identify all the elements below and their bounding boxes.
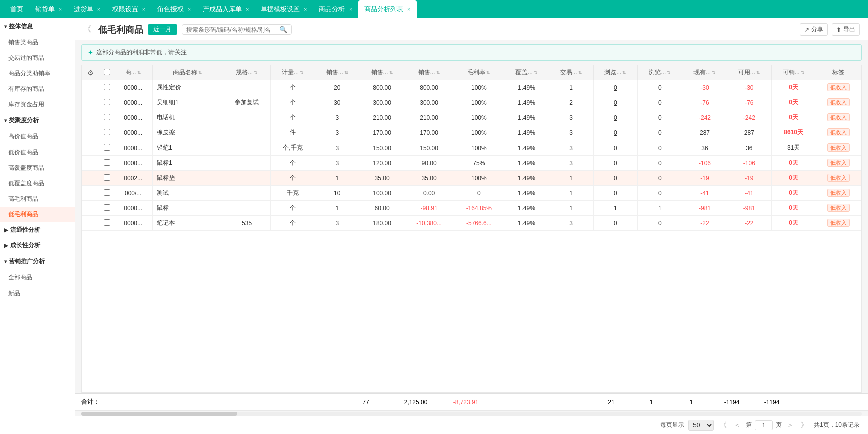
row-checkbox[interactable] [104, 219, 110, 226]
tag-badge: 低收入 [827, 143, 850, 152]
prev-page-btn[interactable]: 《 [718, 421, 729, 430]
row-checkbox[interactable] [104, 159, 110, 166]
sidebar-section-circulation[interactable]: ▶ 流通性分析 [0, 222, 75, 238]
close-product-icon[interactable]: × [246, 6, 249, 12]
scrollbar-area[interactable] [81, 411, 862, 416]
nav-product-entry[interactable]: 产成品入库单 × [197, 0, 255, 18]
browse1-link[interactable]: 0 [614, 144, 617, 152]
col-days[interactable]: 可销...⇅ [771, 65, 816, 80]
close-role-icon[interactable]: × [188, 6, 191, 12]
nav-product-analysis[interactable]: 商品分析 × [313, 0, 358, 18]
col-coverage[interactable]: 覆盖...⇅ [504, 65, 549, 80]
browse1-link[interactable]: 0 [614, 220, 617, 227]
sidebar-section-growth[interactable]: ▶ 成长性分析 [0, 238, 75, 253]
nav-product-analysis-list[interactable]: 商品分析列表 × [358, 0, 416, 18]
scrollbar-thumb[interactable] [81, 412, 237, 416]
cell-stock2: 36 [727, 140, 771, 156]
row-checkbox[interactable] [104, 174, 110, 181]
nav-template-settings[interactable]: 单据模板设置 × [255, 0, 313, 18]
col-spec[interactable]: 规格...⇅ [223, 65, 271, 80]
sidebar-item-high-coverage[interactable]: 高覆盖度商品 [0, 160, 75, 176]
sidebar-section-marketing[interactable]: ▾ 营销推广分析 [0, 253, 75, 270]
close-purchase-icon[interactable]: × [97, 6, 100, 12]
browse1-link[interactable]: 0 [614, 114, 617, 121]
col-settings[interactable]: ⚙ [82, 65, 100, 80]
sidebar-item-capital[interactable]: 库存资金占用 [0, 97, 75, 112]
browse1-link[interactable]: 1 [614, 205, 617, 212]
sidebar-item-sales-goods[interactable]: 销售类商品 [0, 35, 75, 50]
row-checkbox[interactable] [104, 204, 110, 211]
cell-settings [82, 125, 100, 140]
sidebar-item-high-margin[interactable]: 高毛利商品 [0, 191, 75, 207]
row-checkbox[interactable] [104, 84, 110, 90]
cell-spec [223, 156, 271, 171]
cell-tag: 低收入 [816, 171, 861, 186]
browse1-link[interactable]: 0 [614, 129, 617, 136]
sidebar-item-category-rate[interactable]: 商品分类助销率 [0, 66, 75, 81]
settings-gear-icon[interactable]: ⚙ [87, 69, 94, 77]
search-input[interactable] [186, 26, 279, 33]
row-checkbox[interactable] [104, 129, 110, 135]
close-list-icon[interactable]: × [407, 6, 410, 12]
export-button[interactable]: ⬆ 导出 [832, 23, 860, 36]
browse1-link[interactable]: 0 [614, 160, 617, 167]
col-browse1[interactable]: 浏览...⇅ [593, 65, 638, 80]
total-sales3: -8,723.91 [441, 399, 491, 406]
close-sales-order-icon[interactable]: × [59, 6, 62, 12]
cell-sales3: 170.00 [404, 125, 454, 140]
next-page-btn[interactable]: 》 [799, 421, 810, 430]
sidebar-item-stocked-goods[interactable]: 有库存的商品 [0, 81, 75, 97]
time-filter-button[interactable]: 近一月 [148, 24, 177, 35]
nav-permission-settings[interactable]: 权限设置 × [106, 0, 151, 18]
browse1-link[interactable]: 0 [614, 99, 617, 106]
nav-role-auth[interactable]: 角色授权 × [151, 0, 197, 18]
next-btn[interactable]: ＞ [785, 421, 796, 430]
page-input[interactable] [755, 420, 773, 430]
col-code[interactable]: 商...⇅ [114, 65, 152, 80]
col-stock1[interactable]: 现有...⇅ [682, 65, 727, 80]
col-transaction[interactable]: 交易...⇅ [549, 65, 593, 80]
cell-gross: -164.85% [454, 201, 504, 216]
col-sales1[interactable]: 销售...⇅ [315, 65, 360, 80]
sidebar-item-high-value[interactable]: 高价值商品 [0, 129, 75, 144]
sidebar-item-new-goods[interactable]: 新品 [0, 285, 75, 301]
cell-stock1: -106 [682, 156, 727, 171]
per-page-select[interactable]: 50 100 200 [688, 420, 714, 431]
sidebar-item-low-value[interactable]: 低价值商品 [0, 144, 75, 160]
select-all-checkbox[interactable] [104, 69, 110, 75]
sidebar-section-overall[interactable]: ▾ 整体信息 [0, 18, 75, 35]
col-name[interactable]: 商品名称⇅ [152, 65, 223, 80]
nav-purchase-order[interactable]: 进货单 × [68, 0, 106, 18]
row-checkbox[interactable] [104, 189, 110, 196]
close-analysis-icon[interactable]: × [349, 6, 352, 12]
row-checkbox[interactable] [104, 114, 110, 120]
close-template-icon[interactable]: × [304, 6, 307, 12]
sidebar-section-cluster[interactable]: ▾ 类聚度分析 [0, 112, 75, 129]
share-button[interactable]: ↗ 分享 [800, 23, 828, 36]
search-icon[interactable]: 🔍 [279, 26, 287, 33]
browse1-link[interactable]: 0 [614, 84, 617, 91]
col-stock2[interactable]: 可用...⇅ [727, 65, 771, 80]
col-checkbox-header[interactable] [100, 65, 114, 80]
col-browse2[interactable]: 浏览...⇅ [638, 65, 682, 80]
col-unit[interactable]: 计量...⇅ [271, 65, 315, 80]
row-checkbox[interactable] [104, 99, 110, 105]
col-sales2[interactable]: 销售...⇅ [360, 65, 404, 80]
sidebar-item-traded-goods[interactable]: 交易过的商品 [0, 50, 75, 66]
sidebar-collapse-btn[interactable]: 《 [83, 24, 91, 35]
sidebar-item-all-goods[interactable]: 全部商品 [0, 270, 75, 285]
cell-browse2: 0 [638, 156, 682, 171]
sidebar-item-low-margin[interactable]: 低毛利商品 [0, 207, 75, 222]
browse1-link[interactable]: 0 [614, 175, 617, 182]
data-table-wrapper[interactable]: ⚙ 商...⇅ 商品名称⇅ 规格...⇅ 计量...⇅ 销售...⇅ 销售...… [81, 65, 862, 393]
cell-sales2: 170.00 [360, 125, 404, 140]
prev-btn[interactable]: ＜ [732, 421, 743, 430]
sidebar-item-low-coverage[interactable]: 低覆盖度商品 [0, 176, 75, 191]
close-permission-icon[interactable]: × [142, 6, 145, 12]
nav-sales-order[interactable]: 销货单 × [29, 0, 68, 18]
nav-home[interactable]: 首页 [4, 0, 29, 18]
col-sales3[interactable]: 销售...⇅ [404, 65, 454, 80]
browse1-link[interactable]: 0 [614, 190, 617, 197]
col-gross[interactable]: 毛利率⇅ [454, 65, 504, 80]
row-checkbox[interactable] [104, 144, 110, 151]
